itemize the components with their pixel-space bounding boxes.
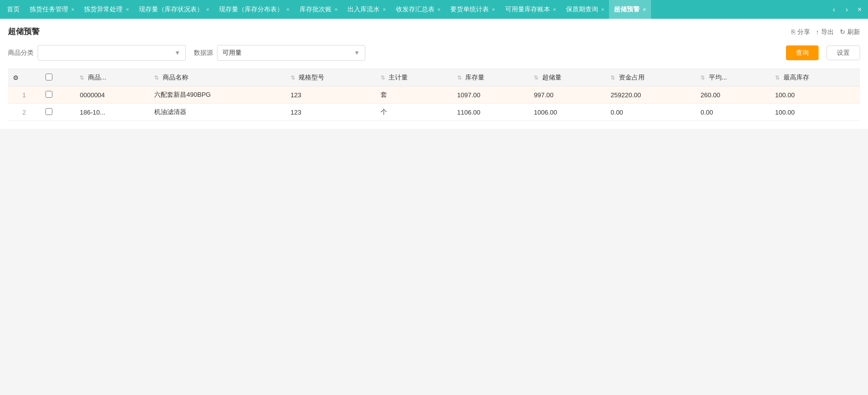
category-filter-group: 商品分类 ▼ xyxy=(8,45,186,61)
share-button[interactable]: ⎘ 分享 xyxy=(791,28,810,37)
th-overstock-qty[interactable]: 超储量 xyxy=(529,69,606,86)
nav-tab-batch[interactable]: 库存批次账 × xyxy=(295,0,343,19)
category-select[interactable]: ▼ xyxy=(38,45,186,61)
top-nav: 首页 拣货任务管理 × 拣货异常处理 × 现存量（库存状况表） × 现存量（库存… xyxy=(0,0,868,19)
refresh-button[interactable]: ↻ 刷新 xyxy=(840,28,860,37)
nav-prev-btn[interactable]: ‹ xyxy=(827,0,840,19)
th-gear: ⚙ xyxy=(8,69,41,86)
th-spec[interactable]: 规格型号 xyxy=(286,69,376,86)
table-row: 1 0000004 六配套新昌490BPG 123 套 1097.00 997.… xyxy=(8,86,860,104)
data-table: ⚙ 商品... 商品名称 规格型号 主计量 库存量 xyxy=(8,69,860,121)
header-actions: ⎘ 分享 ↑ 导出 ↻ 刷新 xyxy=(791,28,861,37)
th-stock-qty[interactable]: 库存量 xyxy=(452,69,529,86)
nav-tab-collect[interactable]: 收发存汇总表 × xyxy=(391,0,445,19)
close-available[interactable]: × xyxy=(553,6,556,12)
nav-next-btn[interactable]: › xyxy=(840,0,853,19)
category-label: 商品分类 xyxy=(8,48,34,57)
row-unit: 个 xyxy=(376,104,452,121)
close-overstock[interactable]: × xyxy=(643,6,646,12)
page-title: 超储预警 xyxy=(8,27,40,37)
datasource-dropdown-icon: ▼ xyxy=(354,49,360,56)
share-icon: ⎘ xyxy=(791,28,795,36)
row-product-code: 186-10... xyxy=(75,104,149,121)
export-button[interactable]: ↑ 导出 xyxy=(816,28,834,37)
row-product-code: 0000004 xyxy=(75,86,149,104)
close-abnormal[interactable]: × xyxy=(126,6,129,12)
row-num: 2 xyxy=(8,104,41,121)
th-product-code[interactable]: 商品... xyxy=(75,69,149,86)
close-collect[interactable]: × xyxy=(437,6,440,12)
datasource-label: 数据源 xyxy=(194,48,213,57)
th-max-stock[interactable]: 最高库存 xyxy=(770,69,860,86)
export-icon: ↑ xyxy=(816,28,820,36)
th-capital-occ[interactable]: 资金占用 xyxy=(606,69,695,86)
table-header: ⚙ 商品... 商品名称 规格型号 主计量 库存量 xyxy=(8,69,860,86)
th-unit[interactable]: 主计量 xyxy=(376,69,452,86)
nav-arrows: ‹ › × xyxy=(827,0,866,19)
close-task-mgmt[interactable]: × xyxy=(71,6,74,12)
row-capital-occ: 259220.00 xyxy=(606,86,695,104)
row-max-stock: 100.00 xyxy=(770,86,860,104)
category-dropdown-icon: ▼ xyxy=(174,49,180,56)
page-header: 超储预警 ⎘ 分享 ↑ 导出 ↻ 刷新 xyxy=(8,27,860,37)
nav-tab-task-mgmt[interactable]: 拣货任务管理 × xyxy=(25,0,79,19)
row-spec: 123 xyxy=(286,86,376,104)
row-checkbox-cell xyxy=(41,104,75,121)
row-unit: 套 xyxy=(376,86,452,104)
row-stock-qty: 1106.00 xyxy=(452,104,529,121)
row-overstock-qty: 1006.00 xyxy=(529,104,606,121)
nav-tab-home[interactable]: 首页 xyxy=(2,0,25,19)
close-stock-status[interactable]: × xyxy=(206,6,209,12)
nav-close-btn[interactable]: × xyxy=(853,0,866,19)
close-quality[interactable]: × xyxy=(601,6,604,12)
row-product-name: 机油滤清器 xyxy=(149,104,285,121)
row-overstock-qty: 997.00 xyxy=(529,86,606,104)
row-avg: 260.00 xyxy=(695,86,770,104)
close-batch[interactable]: × xyxy=(335,6,338,12)
filter-right-actions: 查询 设置 xyxy=(786,45,860,60)
table-body: 1 0000004 六配套新昌490BPG 123 套 1097.00 997.… xyxy=(8,86,860,121)
nav-tab-stock-status[interactable]: 现存量（库存状况表） × xyxy=(134,0,214,19)
refresh-icon: ↻ xyxy=(840,28,845,36)
th-checkbox xyxy=(41,69,75,86)
row-num: 1 xyxy=(8,86,41,104)
row-avg: 0.00 xyxy=(695,104,770,121)
datasource-filter-group: 数据源 可用量 ▼ xyxy=(194,45,365,61)
page-container: 超储预警 ⎘ 分享 ↑ 导出 ↻ 刷新 商品分类 ▼ 数据源 xyxy=(0,19,868,129)
query-button[interactable]: 查询 xyxy=(786,45,819,60)
row-stock-qty: 1097.00 xyxy=(452,86,529,104)
nav-tab-order-stat[interactable]: 要货单统计表 × xyxy=(445,0,500,19)
row-checkbox-cell xyxy=(41,86,75,104)
row-capital-occ: 0.00 xyxy=(606,104,695,121)
row-checkbox[interactable] xyxy=(45,91,52,98)
th-product-name[interactable]: 商品名称 xyxy=(149,69,285,86)
filter-row: 商品分类 ▼ 数据源 可用量 ▼ 查询 设置 xyxy=(8,45,860,61)
datasource-select[interactable]: 可用量 ▼ xyxy=(217,45,365,61)
nav-tab-overstock[interactable]: 超储预警 × xyxy=(609,0,651,19)
nav-tab-quality[interactable]: 保质期查询 × xyxy=(561,0,609,19)
th-avg[interactable]: 平均... xyxy=(695,69,770,86)
nav-tab-stock-dist[interactable]: 现存量（库存分布表） × xyxy=(214,0,294,19)
nav-tab-available[interactable]: 可用量库存账本 × xyxy=(500,0,561,19)
settings-button[interactable]: 设置 xyxy=(826,45,860,60)
table-row: 2 186-10... 机油滤清器 123 个 1106.00 1006.00 … xyxy=(8,104,860,121)
row-product-name: 六配套新昌490BPG xyxy=(149,86,285,104)
nav-tab-inout[interactable]: 出入库流水 × xyxy=(343,0,391,19)
select-all-checkbox[interactable] xyxy=(45,74,52,80)
close-stock-dist[interactable]: × xyxy=(286,6,289,12)
row-max-stock: 100.00 xyxy=(770,104,860,121)
close-inout[interactable]: × xyxy=(383,6,386,12)
row-spec: 123 xyxy=(286,104,376,121)
datasource-select-value: 可用量 xyxy=(222,48,242,57)
nav-tab-abnormal[interactable]: 拣货异常处理 × xyxy=(79,0,133,19)
row-checkbox[interactable] xyxy=(45,108,52,115)
close-order-stat[interactable]: × xyxy=(492,6,495,12)
gear-icon[interactable]: ⚙ xyxy=(13,74,19,81)
